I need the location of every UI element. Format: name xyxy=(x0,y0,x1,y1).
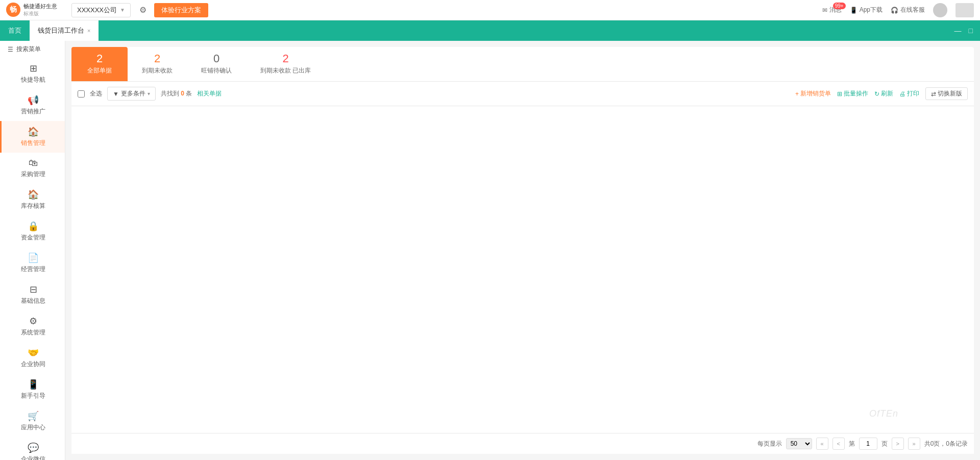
user-name-area[interactable] xyxy=(955,3,974,17)
sidebar-item-basic-info[interactable]: ⊟ 基础信息 xyxy=(0,279,65,310)
sidebar-item-marketing[interactable]: 📢 营销推广 xyxy=(0,89,65,121)
status-tab-pending[interactable]: 0 旺铺待确认 xyxy=(187,47,246,81)
sidebar-item-system[interactable]: ⚙ 系统管理 xyxy=(0,310,65,342)
tab-home-label: 首页 xyxy=(8,26,21,35)
sidebar-item-inventory[interactable]: 🏠 库存核算 xyxy=(0,184,65,215)
overdue-count: 2 xyxy=(154,52,160,65)
page-size-select[interactable]: 50 100 200 xyxy=(786,438,812,449)
status-tab-overdue[interactable]: 2 到期未收款 xyxy=(128,47,187,81)
page-input[interactable] xyxy=(859,438,877,450)
header-center: ⚙ 体验行业方案 xyxy=(136,3,208,17)
sales-label: 销售管理 xyxy=(21,139,45,148)
add-icon: + xyxy=(795,90,799,98)
inventory-label: 库存核算 xyxy=(21,202,45,210)
status-tab-all[interactable]: 2 全部单据 xyxy=(71,47,128,81)
per-page-label: 每页显示 xyxy=(757,440,782,448)
content-area: 2 全部单据 2 到期未收款 0 旺铺待确认 2 到期未收款 已出库 xyxy=(65,41,980,460)
tab-home[interactable]: 首页 xyxy=(0,20,30,41)
company-dropdown-icon: ▼ xyxy=(120,7,125,13)
basic-info-icon: ⊟ xyxy=(30,284,37,295)
filter-arrow-icon: ▾ xyxy=(148,91,150,96)
app-center-icon: 🛒 xyxy=(28,410,39,422)
sidebar-item-operations[interactable]: 📄 经营管理 xyxy=(0,247,65,279)
online-service-btn[interactable]: 🎧 在线客服 xyxy=(891,6,925,14)
sales-icon: 🏠 xyxy=(28,126,39,137)
switch-label: 切换新版 xyxy=(938,89,962,98)
out-count: 2 xyxy=(283,52,289,65)
messages-btn[interactable]: ✉ 消息 99+ xyxy=(822,6,842,14)
inventory-icon: 🏠 xyxy=(28,189,39,200)
tab-expand-btn[interactable]: □ xyxy=(967,25,975,37)
tab-workbench[interactable]: 钱货日清工作台 × xyxy=(30,20,99,41)
overdue-label: 到期未收款 xyxy=(142,66,173,75)
refresh-btn[interactable]: ↻ 刷新 xyxy=(874,89,893,98)
batch-btn[interactable]: ⊞ 批量操作 xyxy=(837,89,868,98)
tab-controls: — □ xyxy=(952,25,980,37)
header-right: ✉ 消息 99+ 📱 App下载 🎧 在线客服 xyxy=(822,3,974,17)
status-tab-out[interactable]: 2 到期未收款 已出库 xyxy=(246,47,325,81)
online-service-label: 在线客服 xyxy=(900,6,925,14)
logo-icon: 畅 xyxy=(6,3,20,17)
system-label: 系统管理 xyxy=(21,328,45,337)
refresh-icon: ↻ xyxy=(874,90,879,98)
found-unit: 条 xyxy=(186,90,192,97)
add-sale-btn[interactable]: + 新增销货单 xyxy=(795,89,831,98)
top-header: 畅 畅捷通好生意 标准版 XXXXXX公司 ▼ ⚙ 体验行业方案 ✉ 消息 99… xyxy=(0,0,980,20)
finance-label: 资金管理 xyxy=(21,233,45,242)
print-btn[interactable]: 🖨 打印 xyxy=(899,89,919,98)
sidebar-item-guide[interactable]: 📱 新手引导 xyxy=(0,374,65,405)
enterprise-icon: 🤝 xyxy=(28,347,39,358)
wechat-icon: 💬 xyxy=(28,442,39,453)
sidebar-item-purchase[interactable]: 🛍 采购管理 xyxy=(0,153,65,184)
found-prefix: 共找到 xyxy=(161,90,179,97)
refresh-label: 刷新 xyxy=(881,89,893,98)
print-icon: 🖨 xyxy=(899,90,905,98)
toolbar-right: + 新增销货单 ⊞ 批量操作 ↻ 刷新 🖨 打印 xyxy=(795,87,968,100)
switch-btn[interactable]: ⇄ 切换新版 xyxy=(925,87,968,100)
toolbar: 全选 ▼ 更多条件 ▾ 共找到 0 条 相关单据 + 新增销货单 xyxy=(71,82,974,106)
select-all-checkbox[interactable] xyxy=(78,90,85,98)
sidebar-item-sales[interactable]: 🏠 销售管理 xyxy=(0,121,65,153)
download-icon: 📱 xyxy=(850,7,857,14)
batch-icon: ⊞ xyxy=(837,90,842,98)
app-download-btn[interactable]: 📱 App下载 xyxy=(850,6,883,14)
select-all-label: 全选 xyxy=(90,89,102,98)
sidebar-item-finance[interactable]: 🔒 资金管理 xyxy=(0,215,65,247)
tab-close-icon[interactable]: × xyxy=(87,28,90,34)
table-area xyxy=(71,106,974,433)
sidebar-item-quick-nav[interactable]: ⊞ 快捷导航 xyxy=(0,58,65,89)
content-inner: 2 全部单据 2 到期未收款 0 旺铺待确认 2 到期未收款 已出库 xyxy=(65,41,980,460)
found-count: 0 xyxy=(181,90,184,97)
sidebar-item-wechat[interactable]: 💬 企业微信 xyxy=(0,437,65,460)
search-icon: ☰ xyxy=(8,46,13,53)
prev-page-btn[interactable]: < xyxy=(832,438,845,450)
search-menu-item[interactable]: ☰ 搜索菜单 xyxy=(0,41,65,58)
tab-bar: 首页 钱货日清工作台 × — □ xyxy=(0,20,980,41)
avatar[interactable] xyxy=(933,3,947,17)
search-menu-label: 搜索菜单 xyxy=(16,45,41,54)
first-page-btn[interactable]: « xyxy=(816,438,828,450)
message-icon: ✉ xyxy=(822,7,827,14)
last-page-btn[interactable]: » xyxy=(908,438,920,450)
system-icon: ⚙ xyxy=(29,316,37,327)
industry-btn[interactable]: 体验行业方案 xyxy=(154,3,208,17)
sidebar-item-app-center[interactable]: 🛒 应用中心 xyxy=(0,405,65,437)
all-label: 全部单据 xyxy=(87,66,112,75)
marketing-label: 营销推广 xyxy=(21,107,45,116)
app-name: 畅捷通好生意 xyxy=(23,3,57,10)
filter-button[interactable]: ▼ 更多条件 ▾ xyxy=(107,87,156,101)
add-btn-label: 新增销货单 xyxy=(800,89,831,98)
pending-count: 0 xyxy=(213,52,219,65)
sidebar-item-enterprise[interactable]: 🤝 企业协同 xyxy=(0,342,65,374)
logo-area: 畅 畅捷通好生意 标准版 xyxy=(6,3,71,17)
next-page-btn[interactable]: > xyxy=(892,438,904,450)
company-name: XXXXXX公司 xyxy=(77,6,117,15)
app-download-label: App下载 xyxy=(860,6,883,14)
related-label[interactable]: 相关单据 xyxy=(197,89,222,98)
filter-label: 更多条件 xyxy=(121,89,145,98)
settings-button[interactable]: ⚙ xyxy=(136,3,150,17)
tab-minimize-btn[interactable]: — xyxy=(952,25,964,37)
wechat-label: 企业微信 xyxy=(21,455,45,460)
company-selector[interactable]: XXXXXX公司 ▼ xyxy=(71,3,131,17)
app-version: 标准版 xyxy=(23,10,57,17)
